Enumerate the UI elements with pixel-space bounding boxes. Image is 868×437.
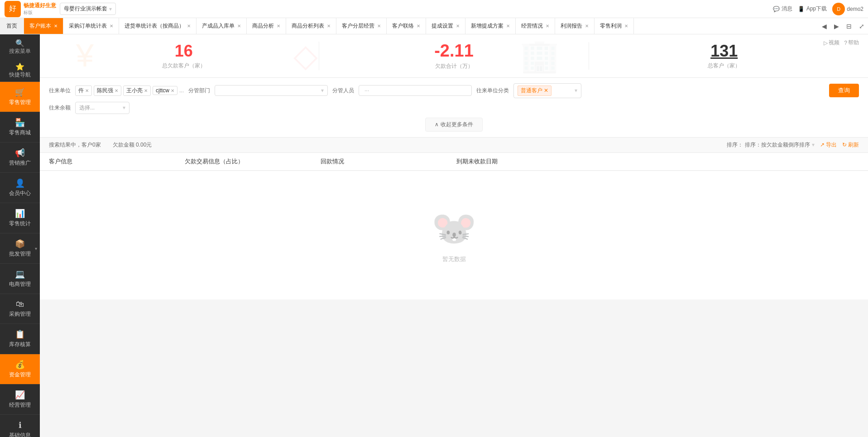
filter-more-tags[interactable]: ... [179,87,184,94]
tab-product-inbound[interactable]: 产成品入库单 ✕ [197,18,247,34]
tab-product-analysis-list[interactable]: 商品分析列表 ✕ [286,18,336,34]
sidebar-item-wholesale[interactable]: 📦 批发管理 ▾ [0,233,40,264]
col-repayment: 回款情况 [321,157,456,166]
tab-retail-profit[interactable]: 零售利润 ✕ [595,18,634,34]
result-bar: 搜索结果中，客户0家 欠款金额 0.00元 排序： 排序：按欠款金额倒序排序 ▾… [40,138,868,153]
tab-close-icon[interactable]: ✕ [456,24,460,28]
app-download-button[interactable]: 📱 App下载 [798,5,827,13]
dept-filter-select[interactable]: ▾ [215,85,328,96]
sidebar-item-retail-stats[interactable]: 📊 零售统计 [0,203,40,233]
filter-tag-wu: 仵 ✕ [75,86,92,96]
tab-nav-arrows: ◀ ▶ ⊟ ⤢ [818,23,868,30]
tab-next-arrow[interactable]: ▶ [830,23,843,30]
sort-selector[interactable]: 排序： 排序：按欠款金额倒序排序 ▾ [727,141,815,149]
sidebar-item-ecommerce[interactable]: 💻 电商管理 [0,264,40,294]
mall-icon: 🏪 [0,118,40,128]
tab-close-icon[interactable]: ✕ [187,24,191,28]
purchase-icon: 🛍 [0,299,40,309]
collapse-button[interactable]: ∧ 收起更多条件 [425,118,483,132]
tab-close-icon[interactable]: ✕ [54,24,58,28]
logo-icon: 好 [5,1,21,17]
tab-inbound-stats[interactable]: 进货单统计表（按商品） ✕ [119,18,197,34]
stat-total-debt: -2.11 欠款合计（万） [319,42,589,70]
debt-summary: 欠款金额 0.00元 [113,141,152,149]
tag-close-wang[interactable]: ✕ [144,88,148,93]
nav-tabs: 首页 客户账本 ✕ 采购订单统计表 ✕ 进货单统计表（按商品） ✕ 产成品入库单… [0,18,868,34]
tab-customer-contact[interactable]: 客户联络 ✕ [387,18,426,34]
ecommerce-icon: 💻 [0,269,40,279]
filter-tag-wang: 王小亮 ✕ [123,86,151,96]
tab-product-analysis[interactable]: 商品分析 ✕ [247,18,286,34]
tag-close-wu[interactable]: ✕ [85,88,89,93]
col-due-date: 到期未收款日期 [456,157,859,166]
tab-close-icon[interactable]: ✕ [506,24,510,28]
balance-placeholder: 选择... [79,104,95,112]
person-filter-select[interactable]: ··· [359,85,472,96]
top-bar: 好 畅捷通好生意 标版 母婴行业演示帐套 ▾ 💬 消息 📱 App下载 D de… [0,0,868,18]
more-icon: ··· [364,87,369,94]
query-button[interactable]: 查询 [829,84,859,97]
message-icon: 💬 [773,6,780,12]
sidebar-item-retail[interactable]: 🛒 零售管理 [0,82,40,112]
tab-close-icon[interactable]: ✕ [327,24,331,28]
table-header: 客户信息 欠款交易信息（占比） 回款情况 到期未收款日期 [40,153,868,171]
info-icon: ℹ [0,420,40,430]
stat-total-customers: 131 总客户（家） [589,42,859,70]
empty-icon: 🐭 [432,207,477,250]
tab-new-commission[interactable]: 新增提成方案 ✕ [465,18,516,34]
tag-close-cjttcw[interactable]: ✕ [171,88,174,93]
help-icon: ? [844,40,847,46]
tab-close-icon[interactable]: ✕ [237,24,241,28]
tab-close-icon[interactable]: ✕ [277,24,280,28]
col-customer-info: 客户信息 [49,157,185,166]
sidebar-item-finance[interactable]: 💰 资金管理 [0,354,40,385]
tab-customer-tier[interactable]: 客户分层经营 ✕ [336,18,387,34]
content-area: ¥ ◇ 🏢 16 总欠款客户（家） -2.11 欠款合计（万） 131 总客户（… [40,34,868,437]
dept-filter-label: 分管部门 [188,87,210,95]
balance-filter-select[interactable]: 选择... ▾ [75,102,129,114]
refresh-button[interactable]: ↻ 刷新 [842,141,859,149]
help-button[interactable]: ? 帮助 [844,39,859,47]
sidebar-item-operations[interactable]: 📈 经营管理 [0,385,40,415]
unit-filter-label: 往来单位 [49,87,71,95]
tab-close-icon[interactable]: ✕ [624,24,628,28]
sidebar-item-inventory[interactable]: 📋 库存核算 [0,324,40,354]
chevron-down-icon: ▾ [109,6,112,12]
sidebar-search[interactable]: 🔍 搜索菜单 [0,34,40,60]
sidebar: 🔍 搜索菜单 ⭐ 快捷导航 🛒 零售管理 🏪 零售商城 📢 营销推广 👤 会员中… [0,34,40,437]
tag-close-ordinary[interactable]: ✕ [544,87,548,94]
expand-arrow-icon: ▾ [35,246,37,251]
tab-fullscreen-icon[interactable]: ⤢ [855,23,868,30]
tab-close-icon[interactable]: ✕ [377,24,381,28]
tab-commission-settings[interactable]: 提成设置 ✕ [426,18,465,34]
sidebar-item-purchase[interactable]: 🛍 采购管理 [0,294,40,324]
message-button[interactable]: 💬 消息 [773,5,792,13]
tab-profit-report[interactable]: 利润报告 ✕ [555,18,595,34]
tab-close-icon[interactable]: ✕ [546,24,549,28]
sidebar-quick-nav[interactable]: ⭐ 快捷导航 [0,60,40,82]
sidebar-item-marketing[interactable]: 📢 营销推广 [0,142,40,173]
tab-expand-icon[interactable]: ⊟ [843,23,855,30]
tab-close-icon[interactable]: ✕ [110,24,113,28]
tab-customer-ledger[interactable]: 客户账本 ✕ [24,18,63,34]
tag-close-chen[interactable]: ✕ [115,88,118,93]
tab-prev-arrow[interactable]: ◀ [818,23,830,30]
tab-close-icon[interactable]: ✕ [585,24,589,28]
member-icon: 👤 [0,178,40,188]
video-button[interactable]: ▷ 视频 [824,39,839,47]
sidebar-item-retail-mall[interactable]: 🏪 零售商城 [0,112,40,142]
user-menu[interactable]: D demo2 [832,3,863,15]
category-filter-select[interactable]: 普通客户 ✕ ▾ [513,83,581,98]
category-filter-label: 往来单位分类 [476,87,509,95]
tab-business-status[interactable]: 经营情况 ✕ [516,18,555,34]
export-button[interactable]: ↗ 导出 [820,141,837,149]
sidebar-item-member[interactable]: 👤 会员中心 [0,173,40,203]
tab-purchase-order[interactable]: 采购订单统计表 ✕ [63,18,119,34]
avatar: D [832,3,845,15]
tab-home[interactable]: 首页 [0,18,24,34]
tab-close-icon[interactable]: ✕ [417,24,420,28]
sidebar-item-basic-info[interactable]: ℹ 基础信息 [0,415,40,437]
workspace-selector[interactable]: 母婴行业演示帐套 ▾ [60,3,116,15]
download-icon: 📱 [798,6,805,12]
filter-row-1: 往来单位 仵 ✕ 陈民强 ✕ 王小亮 ✕ cjttcw [49,83,859,98]
